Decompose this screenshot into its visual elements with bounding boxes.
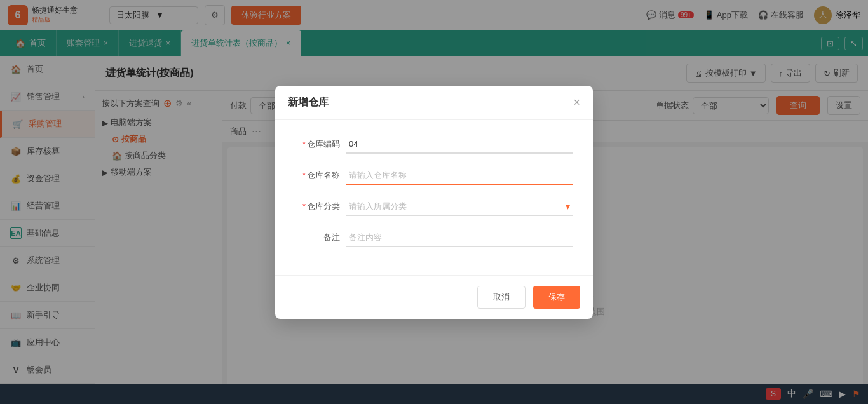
dialog-title: 新增仓库 [288,96,329,109]
warehouse-name-input[interactable] [346,166,573,185]
warehouse-code-label: 仓库编码 [295,138,346,150]
dialog-body: 仓库编码 仓库名称 仓库分类 请输入所属分类 ▾ 备注 [275,120,593,275]
warehouse-name-label: 仓库名称 [295,170,346,181]
new-warehouse-dialog: 新增仓库 × 仓库编码 仓库名称 仓库分类 请输入所属分类 ▾ [275,86,593,319]
cancel-button[interactable]: 取消 [477,286,526,309]
dialog-footer: 取消 保存 [275,275,593,319]
warehouse-code-field: 仓库编码 [295,135,573,154]
warehouse-category-field: 仓库分类 请输入所属分类 ▾ [295,198,573,216]
save-button[interactable]: 保存 [533,286,580,309]
warehouse-note-field: 备注 [295,229,573,247]
warehouse-category-wrapper: 请输入所属分类 ▾ [346,198,573,216]
warehouse-category-label: 仓库分类 [295,201,346,212]
dialog-close-button[interactable]: × [573,97,580,108]
warehouse-note-input[interactable] [346,229,573,247]
dialog-header: 新增仓库 × [275,86,593,120]
dialog-overlay: 新增仓库 × 仓库编码 仓库名称 仓库分类 请输入所属分类 ▾ [0,0,868,404]
warehouse-code-input[interactable] [346,135,573,154]
warehouse-name-field: 仓库名称 [295,166,573,185]
warehouse-category-select[interactable]: 请输入所属分类 [346,198,573,216]
warehouse-note-label: 备注 [295,232,346,243]
